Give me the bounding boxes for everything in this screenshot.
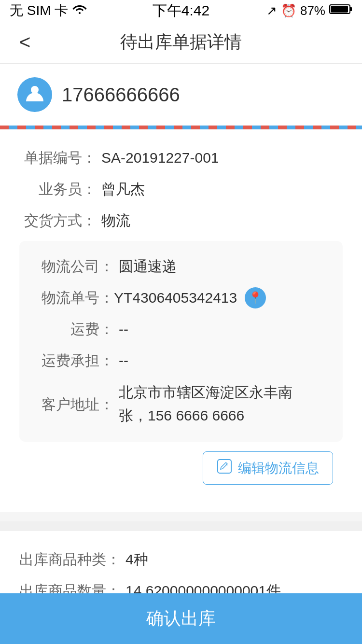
nav-bar: < 待出库单据详情 <box>0 21 362 64</box>
freight-label: 运费： <box>37 318 114 340</box>
tracking-number-content: YT4306405342413 📍 <box>114 287 266 308</box>
order-number-value: SA-20191227-001 <box>97 147 343 168</box>
customer-phone: 17666666666 <box>62 84 180 106</box>
salesperson-label: 业务员： <box>19 178 97 200</box>
goods-category-value: 4种 <box>121 548 343 570</box>
address-row: 客户地址： 北京市市辖区海淀区永丰南 张，156 6666 6666 <box>37 381 325 427</box>
svg-point-3 <box>31 86 39 94</box>
freight-value: -- <box>114 318 325 340</box>
battery-text: 87% <box>300 3 325 18</box>
svg-rect-2 <box>331 6 348 13</box>
tracking-location-button[interactable]: 📍 <box>245 287 266 308</box>
logistics-company-label: 物流公司： <box>37 255 114 277</box>
svg-rect-1 <box>350 7 352 11</box>
dashed-separator <box>0 126 362 129</box>
battery-icon <box>329 3 352 18</box>
pin-icon: 📍 <box>248 289 263 307</box>
delivery-method-label: 交货方式： <box>19 210 97 231</box>
carrier-text: 无 SIM 卡 <box>10 1 68 20</box>
edit-button-label: 编辑物流信息 <box>238 459 319 477</box>
edit-icon <box>217 459 232 477</box>
section-divider <box>0 521 362 531</box>
wifi-icon <box>72 3 87 18</box>
salesperson-row: 业务员： 曾凡杰 <box>19 178 343 200</box>
logistics-company-row: 物流公司： 圆通速递 <box>37 255 325 277</box>
status-bar-time: 下午4:42 <box>153 1 209 21</box>
confirm-button-label: 确认出库 <box>146 608 216 628</box>
freight-bearer-label: 运费承担： <box>37 350 114 371</box>
delivery-method-row: 交货方式： 物流 <box>19 210 343 231</box>
address-value: 北京市市辖区海淀区永丰南 张，156 6666 6666 <box>114 381 325 427</box>
confirm-button-container[interactable]: 确认出库 <box>0 593 362 644</box>
delivery-method-value: 物流 <box>97 210 343 231</box>
status-bar-left: 无 SIM 卡 <box>10 1 87 20</box>
edit-button-container: 编辑物流信息 <box>19 451 343 494</box>
freight-row: 运费： -- <box>37 318 325 340</box>
avatar-icon <box>24 82 45 108</box>
order-number-label: 单据编号： <box>19 147 97 168</box>
location-icon: ↗ <box>266 3 277 18</box>
goods-category-label: 出库商品种类： <box>19 548 121 570</box>
status-bar: 无 SIM 卡 下午4:42 ↗ ⏰ 87% <box>0 0 362 21</box>
page-title: 待出库单据详情 <box>120 30 242 54</box>
tracking-number-value: YT4306405342413 <box>114 287 237 308</box>
order-number-row: 单据编号： SA-20191227-001 <box>19 147 343 168</box>
logistics-card: 物流公司： 圆通速递 物流单号： YT4306405342413 📍 运费： -… <box>19 241 343 442</box>
goods-category-row: 出库商品种类： 4种 <box>19 548 343 570</box>
alarm-icon: ⏰ <box>281 3 296 18</box>
salesperson-value: 曾凡杰 <box>97 178 343 200</box>
tracking-number-label: 物流单号： <box>37 287 114 308</box>
logistics-company-value: 圆通速递 <box>114 255 325 277</box>
customer-section: 17666666666 <box>0 64 362 126</box>
back-button[interactable]: < <box>14 27 35 58</box>
edit-logistics-button[interactable]: 编辑物流信息 <box>203 451 333 485</box>
order-info-section: 单据编号： SA-20191227-001 业务员： 曾凡杰 交货方式： 物流 … <box>0 129 362 512</box>
tracking-number-row: 物流单号： YT4306405342413 📍 <box>37 287 325 308</box>
freight-bearer-row: 运费承担： -- <box>37 350 325 371</box>
address-label: 客户地址： <box>37 393 114 415</box>
status-bar-right: ↗ ⏰ 87% <box>266 3 352 18</box>
freight-bearer-value: -- <box>114 350 325 371</box>
avatar <box>17 77 52 112</box>
